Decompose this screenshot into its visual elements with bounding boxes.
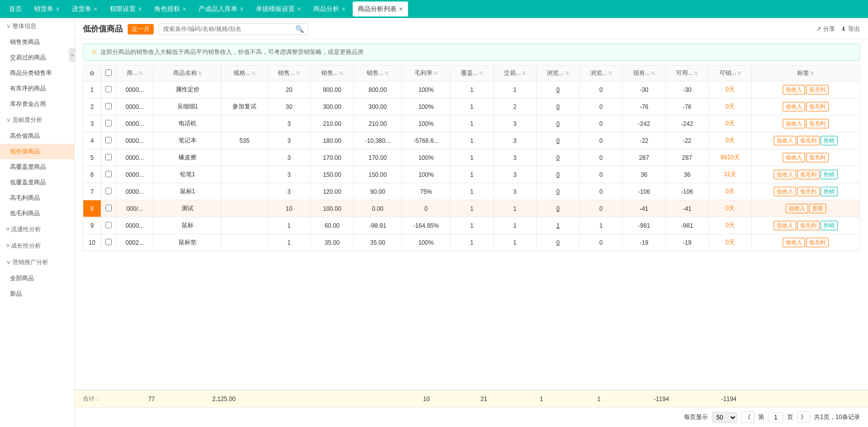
sidebar-item-low-margin[interactable]: 低毛利商品 bbox=[0, 206, 74, 221]
sellable-days-value: 0天 bbox=[725, 222, 735, 229]
col-transactions[interactable]: 交易...⇅ bbox=[493, 65, 536, 81]
first-page-btn[interactable]: 《 bbox=[741, 412, 754, 423]
col-current-stock[interactable]: 现有...⇅ bbox=[623, 65, 665, 81]
sidebar-item-high-value[interactable]: 高价值商品 bbox=[0, 128, 74, 144]
select-all-checkbox[interactable] bbox=[105, 69, 112, 76]
nav-product-entry[interactable]: 产成品入库单✕ bbox=[194, 1, 249, 16]
sidebar-item-sales-products[interactable]: 销售类商品 bbox=[0, 34, 74, 50]
views1-link[interactable]: 0 bbox=[556, 205, 560, 212]
nav-sales[interactable]: 销货单✕ bbox=[29, 1, 65, 16]
search-input[interactable] bbox=[163, 25, 293, 32]
sidebar-group-circulation[interactable]: > 流通性分析 bbox=[0, 221, 74, 238]
sidebar-group-marketing[interactable]: ∨ 营销推广分析 bbox=[0, 254, 74, 271]
sidebar-item-all-products[interactable]: 全部商品 bbox=[0, 271, 74, 286]
views1-link[interactable]: 0 bbox=[556, 154, 560, 161]
row-checkbox[interactable] bbox=[105, 239, 112, 245]
row-checkbox-cell[interactable] bbox=[101, 81, 116, 98]
col-sales-avg[interactable]: 销售...⇅ bbox=[354, 65, 402, 81]
row-spec bbox=[221, 200, 267, 217]
sidebar-group-growth[interactable]: > 成长性分析 bbox=[0, 238, 74, 254]
row-transactions: 3 bbox=[493, 132, 536, 149]
sidebar-group-contribution[interactable]: ∨ 贡献度分析 bbox=[0, 112, 74, 128]
views1-link[interactable]: 0 bbox=[556, 120, 560, 127]
col-sales-qty[interactable]: 销售...⇅ bbox=[267, 65, 310, 81]
col-sellable[interactable]: 可销...⇅ bbox=[709, 65, 752, 81]
views1-link[interactable]: 0 bbox=[556, 171, 560, 178]
sidebar-item-high-coverage[interactable]: 高覆盖度商品 bbox=[0, 159, 74, 175]
row-checkbox-cell[interactable] bbox=[101, 98, 116, 115]
footer-total-label: 合计： bbox=[83, 395, 108, 403]
row-checkbox-cell[interactable] bbox=[101, 200, 116, 217]
col-sales-amount[interactable]: 销售...⇅ bbox=[311, 65, 354, 81]
sidebar-item-low-coverage[interactable]: 低覆盖度商品 bbox=[0, 175, 74, 190]
sidebar-collapse-btn[interactable]: « bbox=[69, 48, 76, 62]
views1-link[interactable]: 1 bbox=[556, 222, 560, 229]
sidebar-item-low-value[interactable]: 低价值商品 bbox=[0, 144, 74, 159]
views1-link[interactable]: 0 bbox=[556, 103, 560, 110]
filter-tag[interactable]: 近一月 bbox=[128, 24, 154, 34]
row-checkbox[interactable] bbox=[105, 120, 112, 126]
export-btn[interactable]: ⬇ 导出 bbox=[841, 25, 860, 33]
sidebar-item-high-margin[interactable]: 高毛利商品 bbox=[0, 190, 74, 206]
close-roleauth-tab[interactable]: ✕ bbox=[182, 6, 187, 12]
close-analysis-tab[interactable]: ✕ bbox=[341, 6, 346, 12]
sidebar-item-traded-products[interactable]: 交易过的商品 bbox=[0, 50, 74, 65]
views1-link[interactable]: 0 bbox=[556, 86, 560, 93]
close-productentry-tab[interactable]: ✕ bbox=[239, 6, 244, 12]
close-sales-tab[interactable]: ✕ bbox=[55, 6, 60, 12]
row-checkbox[interactable] bbox=[105, 171, 112, 177]
row-checkbox-cell[interactable] bbox=[101, 115, 116, 132]
nav-permissions[interactable]: 权限设置✕ bbox=[105, 1, 147, 16]
row-sales-avg: 90.00 bbox=[354, 183, 402, 200]
nav-product-analysis[interactable]: 商品分析✕ bbox=[308, 1, 351, 16]
col-views2[interactable]: 浏览...⇅ bbox=[580, 65, 623, 81]
col-checkbox[interactable] bbox=[101, 65, 116, 81]
sidebar-item-inventory-products[interactable]: 有库序的商品 bbox=[0, 81, 74, 96]
views1-link[interactable]: 0 bbox=[556, 239, 560, 246]
col-name[interactable]: 商品名称⇅ bbox=[154, 65, 221, 81]
row-checkbox[interactable] bbox=[105, 137, 112, 143]
row-checkbox[interactable] bbox=[105, 188, 112, 194]
nav-role-auth[interactable]: 角色授权✕ bbox=[149, 1, 192, 16]
col-gross-rate[interactable]: 毛利率⇅ bbox=[402, 65, 450, 81]
col-available[interactable]: 可用...⇅ bbox=[665, 65, 708, 81]
views1-link[interactable]: 0 bbox=[556, 137, 560, 144]
row-checkbox-cell[interactable] bbox=[101, 183, 116, 200]
row-checkbox[interactable] bbox=[105, 103, 112, 109]
page-size-select[interactable]: 50 100 200 bbox=[712, 412, 737, 423]
row-checkbox[interactable] bbox=[105, 205, 112, 211]
tag-label: 低收入 bbox=[783, 238, 805, 247]
col-coverage[interactable]: 覆盖...⇅ bbox=[450, 65, 493, 81]
col-views1[interactable]: 浏览...⇅ bbox=[536, 65, 579, 81]
row-checkbox[interactable] bbox=[105, 86, 112, 92]
col-settings[interactable]: ⚙ bbox=[83, 65, 101, 81]
views1-link[interactable]: 0 bbox=[556, 188, 560, 195]
share-btn[interactable]: ↗ 分享 bbox=[816, 25, 835, 33]
nav-product-analysis-list[interactable]: 商品分析列表✕ bbox=[353, 1, 408, 16]
row-checkbox-cell[interactable] bbox=[101, 132, 116, 149]
row-checkbox[interactable] bbox=[105, 222, 112, 228]
col-tags[interactable]: 标签⇅ bbox=[752, 65, 860, 81]
row-checkbox-cell[interactable] bbox=[101, 149, 116, 166]
sidebar-item-new-products[interactable]: 新品 bbox=[0, 286, 74, 302]
row-checkbox[interactable] bbox=[105, 154, 112, 160]
page-number-input[interactable] bbox=[768, 413, 783, 423]
row-checkbox-cell[interactable] bbox=[101, 166, 116, 183]
close-permissions-tab[interactable]: ✕ bbox=[138, 6, 142, 12]
nav-purchase[interactable]: 进货单✕ bbox=[67, 1, 103, 16]
close-purchase-tab[interactable]: ✕ bbox=[93, 6, 98, 12]
close-template-tab[interactable]: ✕ bbox=[297, 6, 301, 12]
sidebar-item-inventory-capital[interactable]: 库存资金占用 bbox=[0, 96, 74, 112]
nav-template[interactable]: 单据模板设置✕ bbox=[251, 1, 306, 16]
sidebar-item-category-rate[interactable]: 商品分类销售率 bbox=[0, 65, 74, 81]
close-analysislist-tab[interactable]: ✕ bbox=[399, 6, 403, 12]
col-spec[interactable]: 规格...⇅ bbox=[221, 65, 267, 81]
last-page-btn[interactable]: 》 bbox=[797, 412, 810, 423]
nav-home[interactable]: 首页 bbox=[4, 1, 27, 16]
row-checkbox-cell[interactable] bbox=[101, 217, 116, 234]
col-code[interactable]: 商...⇅ bbox=[116, 65, 154, 81]
row-available: -76 bbox=[665, 98, 708, 115]
sidebar-group-overall[interactable]: ∨ 整体信息 bbox=[0, 18, 74, 34]
row-checkbox-cell[interactable] bbox=[101, 234, 116, 251]
search-box[interactable]: 🔍 bbox=[159, 23, 308, 35]
